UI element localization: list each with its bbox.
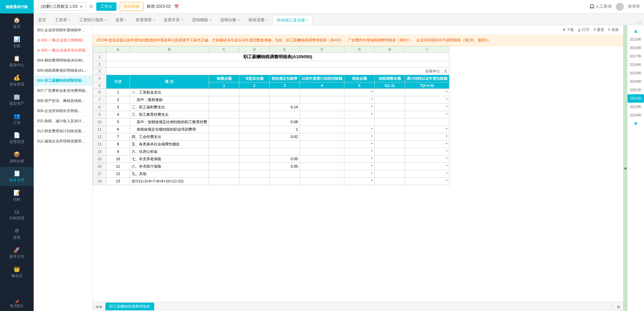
tab-close-income-tax[interactable]: ×	[306, 19, 308, 22]
tab-tax-book[interactable]: 税表清册 ×	[244, 15, 272, 25]
tab-close-invoice-open[interactable]: ×	[181, 18, 183, 22]
tab-income-tax[interactable]: 所得税汇算清缴 ×	[272, 15, 313, 25]
refresh-btn[interactable]: ↻ 刷新	[608, 27, 619, 32]
left-item-008[interactable]: 008-资产折旧、摊销及纳税...	[34, 96, 92, 106]
sidebar-item-salary[interactable]: 👥 工资	[0, 109, 34, 129]
tab-close-salary[interactable]: ×	[68, 18, 70, 22]
scroll-right-icon[interactable]: ▶	[617, 304, 620, 309]
left-item-003[interactable]: ⊘ 003-一般企业成本支出明细...	[34, 45, 92, 56]
left-item-006[interactable]: 006-职工薪酬纳税调整明细...	[34, 76, 92, 86]
year-2020[interactable]: 2020年	[628, 77, 644, 86]
copy-icon[interactable]: ⧉	[90, 4, 93, 9]
tab-close-invoice[interactable]: ×	[125, 18, 127, 22]
content: 001-企业所得税年度纳税申... ⊘ 002-一般企业收入明细表(A1... …	[34, 25, 644, 311]
year-2024[interactable]: 2024年	[628, 111, 644, 119]
cancel-fixed-btn[interactable]: 📌 取消固定	[0, 297, 34, 311]
tab-invoice[interactable]: 发票 ×	[111, 15, 131, 25]
sidebar-item-settings[interactable]: ⚙ 设置	[0, 224, 34, 243]
tab-audit[interactable]: 进销稽核 ×	[188, 15, 216, 25]
year-2015[interactable]: 2015年	[628, 35, 644, 44]
left-item-002[interactable]: ⊘ 002-一般企业收入明细表(A1...	[34, 35, 92, 45]
invoice-icon: 📄	[13, 132, 20, 138]
sidebar-item-tax[interactable]: 🧾 税务管理	[0, 167, 34, 186]
tab-salary[interactable]: 工资表 ×	[50, 15, 75, 25]
company-selector[interactable]: (勿删) 江西般宝-LSS ▼	[38, 2, 86, 11]
sidebar-label-guide: 新手引导	[9, 254, 24, 259]
reset-btn[interactable]: ↺ 重置	[593, 27, 604, 32]
year-2019[interactable]: 2019年	[628, 69, 644, 77]
col-b: B	[130, 46, 209, 53]
table-row: 13 8 五、各类基本社会保障性缴款 * *	[93, 140, 449, 148]
left-item-010[interactable]: 010-免税、减计收入及加计...	[34, 116, 92, 126]
sheet-nav-left[interactable]: ◀	[95, 304, 98, 309]
sidebar-label-ledger: 总账	[13, 43, 21, 48]
left-item-005[interactable]: 005-纳税调整项目明细表(A1...	[34, 66, 92, 76]
left-item-012[interactable]: 012-减免企业所得税优惠明细(...	[34, 136, 92, 146]
tab-invoice-open[interactable]: 发票开具 ×	[159, 15, 188, 25]
tab-close-audit[interactable]: ×	[209, 18, 211, 22]
guide-icon: 🚀	[13, 247, 20, 253]
sheet-nav-right[interactable]: ▶	[100, 304, 103, 309]
sidebar-item-invoice[interactable]: 📄 发票管理	[0, 129, 34, 148]
sub-header-c1: 1	[209, 82, 239, 89]
tab-close-invoice-calc[interactable]: ×	[153, 18, 155, 22]
download-btn[interactable]: ⬇ 下载	[563, 27, 574, 32]
year-2023[interactable]: 2023年	[628, 103, 644, 111]
left-item-004[interactable]: 004-期间费用明细表(A1040...	[34, 56, 92, 66]
sheet-tab-salary[interactable]: 职工薪酬纳税调整明细表	[105, 303, 154, 310]
col-f: F	[300, 46, 344, 53]
sidebar-item-assets[interactable]: 🏢 固定资产	[0, 90, 34, 109]
sidebar-item-finance[interactable]: 💰 资金管理	[0, 71, 34, 90]
header-c4: 以前年度累计结转扣除额	[300, 75, 344, 82]
year-2017[interactable]: 2017年	[628, 52, 644, 61]
header-seq: 行次	[106, 75, 130, 89]
tab-close-salary-report[interactable]: ×	[105, 18, 107, 22]
table-row: 17 12 九、其他 * *	[93, 170, 449, 177]
workbench-button[interactable]: 工作台	[96, 2, 116, 11]
tab-salary-report[interactable]: 工资统计报表 ×	[75, 15, 111, 25]
tab-close-stock-ledger[interactable]: ×	[238, 18, 240, 22]
left-item-009[interactable]: 009-企业所得税补充明细...	[34, 106, 92, 116]
service-btn[interactable]: 🎧 人工客询	[589, 4, 612, 9]
year-2021[interactable]: 2021年	[628, 86, 644, 94]
table-row: 8 3 二、职工福利费支出 0.14 * *	[93, 103, 449, 111]
year-2022[interactable]: 2022年	[628, 94, 644, 103]
left-item-001[interactable]: 001-企业所得税年度纳税申...	[34, 25, 92, 35]
sub-header-c6: 6(1-5)	[375, 82, 405, 89]
sidebar-label-invoice: 发票管理	[9, 139, 24, 144]
left-item-007[interactable]: 007-广告费和业务宣传费明细...	[34, 86, 92, 96]
sidebar-item-reports[interactable]: 📋 报表中心	[0, 52, 34, 71]
sidebar-item-ledger[interactable]: 📊 总账	[0, 33, 34, 52]
table-container[interactable]: A B C D E F G H I 1 职	[93, 46, 623, 302]
collapse-icon: ◀	[624, 166, 626, 170]
year-nav-down[interactable]: ▼	[632, 119, 640, 128]
year-2016[interactable]: 2016年	[628, 44, 644, 52]
minimize-icon[interactable]: ─	[635, 20, 638, 25]
sheet-title: 职工薪酬纳税调整明细表(A105050)	[106, 53, 449, 61]
col-e: E	[270, 46, 300, 53]
collapse-btn[interactable]: ◀	[623, 25, 627, 311]
tab-stock-ledger[interactable]: 进销台账 ×	[216, 15, 244, 25]
sidebar-item-guide[interactable]: 🚀 新手引导	[0, 243, 34, 263]
year-nav-up[interactable]: ▲	[632, 27, 640, 35]
sub-header-c2: 2	[239, 82, 270, 89]
maximize-icon[interactable]: □	[639, 20, 641, 25]
tab-close-tax-book[interactable]: ×	[266, 18, 268, 22]
sidebar-item-closing[interactable]: 📝 结账	[0, 186, 34, 205]
settings-icon: ⚙	[14, 228, 19, 234]
sidebar-item-home[interactable]: 🏠 首页	[0, 13, 34, 33]
print-btn[interactable]: 🖨 打印	[577, 27, 589, 32]
sidebar-item-stock[interactable]: 📦 进销台账	[0, 148, 34, 167]
period-calendar-icon[interactable]: 📅	[174, 4, 179, 9]
sheet-more-icon[interactable]: ⋮	[610, 304, 615, 309]
sidebar-item-member[interactable]: 👑 畅会员	[0, 263, 34, 282]
warning-bar: 2019年度涉及取以前年度结转数据的申报表单元格需要手工操作正确，才能确证本年及…	[93, 35, 623, 46]
left-item-011[interactable]: 011-研发费用加计扣除优惠...	[34, 126, 92, 136]
tab-invoice-calc[interactable]: 发票测算 ×	[131, 15, 160, 25]
error-icon-003: ⊘	[37, 48, 41, 52]
tab-home[interactable]: 首页	[34, 15, 50, 25]
header-c6: 纳税调整全额	[375, 75, 405, 82]
switch-btn[interactable]: 切到旧版	[120, 2, 143, 11]
sidebar-item-archive[interactable]: 🗂 归档管理	[0, 205, 34, 224]
year-2018[interactable]: 2018年	[628, 61, 644, 69]
